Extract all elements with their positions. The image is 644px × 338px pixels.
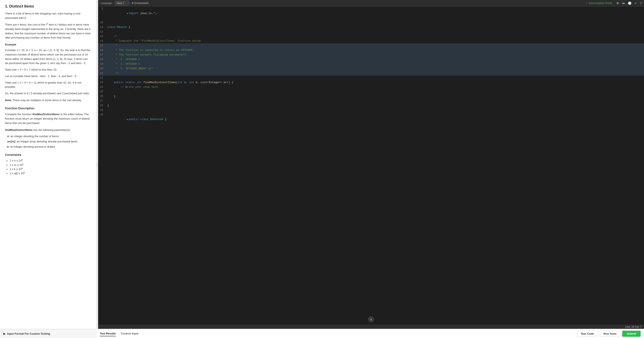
code-line-highlighted: 21 */ <box>98 71 644 76</box>
run-tests-button[interactable]: Run Tests <box>600 331 620 337</box>
toolbar-icons: ⚙ ⏮ 🕐 ⤢ ? <box>616 1 642 5</box>
code-line: 29 <box>98 108 644 112</box>
note-text: There may be multiples of some items in … <box>12 99 82 102</box>
env-icon: ⚙ <box>132 2 134 4</box>
tab-custom-input[interactable]: Custom Input <box>121 331 138 336</box>
settings-icon[interactable]: ⚙ <box>616 1 619 5</box>
cursor-position: Line: 15 Col: 7 <box>625 326 642 328</box>
func-desc-title: Function Description <box>5 106 91 111</box>
status-bar: Line: 15 Col: 7 <box>98 325 644 329</box>
code-line: 28 } <box>98 103 644 108</box>
code-line: 13 /* <box>98 34 644 39</box>
fullscreen-icon[interactable]: ⤢ <box>634 1 637 5</box>
code-line: 10 <box>98 20 644 25</box>
editor-toolbar: Language: Java 7 ⚙ Environment ✓ Autocom… <box>98 0 644 6</box>
func-name: findMaxDistinctItems <box>32 113 60 116</box>
checkmark-icon: ✓ <box>586 2 588 4</box>
example-line2: Total cost = 2 + 5 = 7 which is less tha… <box>5 68 91 72</box>
input-format-label: Input Format For Custom Testing <box>7 332 50 335</box>
code-line-highlighted: 15 * <box>98 43 644 48</box>
code-line: 30 ▶public class Solution {← <box>98 112 644 126</box>
constraint-2: 1 ≤ m ≤ 105 <box>10 163 91 166</box>
fold-icon[interactable]: ▶ <box>127 118 128 121</box>
code-line: 27 <box>98 99 644 103</box>
scroll-up-button[interactable]: ∧ <box>368 317 374 322</box>
intro-1: There is a list of items in the shopping… <box>5 11 91 20</box>
chevron-right-icon: ▶ <box>3 332 6 335</box>
left-panel: 1. Distinct Items There is a list of ite… <box>0 0 96 329</box>
bottom-panel: ▶ Input Format For Custom Testing Test R… <box>0 329 644 338</box>
code-editor-panel: Language: Java 7 ⚙ Environment ✓ Autocom… <box>98 0 644 329</box>
example-title: Example <box>5 42 91 47</box>
language-label: Language: <box>100 2 112 4</box>
func-params-title: findMaxDistinctItems has the following p… <box>5 128 91 132</box>
return-type: an integer <box>30 117 42 120</box>
constraint-3: 1 ≤ k ≤ 109 <box>10 167 91 171</box>
func-desc: Complete the function findMaxDistinctIte… <box>5 112 91 125</box>
autocomplete-status: ✓ Autocomplete Ready <box>586 2 612 4</box>
code-line: 12 <box>98 29 644 34</box>
code-line: 24 // Write your code here <box>98 85 644 89</box>
fold-icon[interactable]: ▶ <box>127 12 128 15</box>
input-format-section[interactable]: ▶ Input Format For Custom Testing <box>0 329 96 338</box>
param-list: n: an integer denoting the number of ite… <box>7 134 91 149</box>
code-line: 23 public static int findMaxDistinctItem… <box>98 80 644 85</box>
action-buttons: Run Code Run Tests Submit <box>577 331 641 337</box>
code-line-highlighted: 19 * 2. INTEGER k <box>98 62 644 66</box>
example-text: Consider n = 10, m = 3, k = 10, arr = [1… <box>5 48 91 65</box>
run-code-button[interactable]: Run Code <box>577 331 598 337</box>
param-arr: arr[m]: an integer array denoting alread… <box>7 139 91 144</box>
example-line5: So, the answer is 5 ( 3 already purchase… <box>5 91 91 96</box>
example-line3: Let us consider three items - Item - 2, … <box>5 74 91 78</box>
note: Note: There may be multiples of some ite… <box>5 98 91 103</box>
code-line: 25 <box>98 89 644 94</box>
panel-divider[interactable] <box>96 0 98 329</box>
code-line-highlighted: 16 * The function is expected to return … <box>98 48 644 52</box>
restore-icon[interactable]: ⏮ <box>622 1 625 5</box>
constraint-1: 1 ≤ n ≤ 105 <box>10 159 91 162</box>
autocomplete-label: Autocomplete Ready <box>589 2 612 4</box>
constraint-4: 1 ≤ a[i] ≤ 106 <box>10 172 91 175</box>
param-n-inline: n <box>18 23 19 26</box>
help-icon[interactable]: ? <box>640 1 642 5</box>
language-select[interactable]: Java 7 <box>115 1 129 5</box>
code-line-highlighted: 20 * 3. INTEGER_ARRAY arr <box>98 66 644 71</box>
tab-test-results[interactable]: Test Results <box>100 331 116 336</box>
note-label: Note: <box>5 99 12 102</box>
intro-2: There are n items, the cost of the ith i… <box>5 22 91 40</box>
page-title: 1. Distinct Items <box>5 4 91 8</box>
environment-button[interactable]: ⚙ Environment <box>132 2 149 4</box>
param-k: k: an integer denoting amount in dollars <box>7 145 91 149</box>
code-line-highlighted: 18 * 1. INTEGER n <box>98 57 644 62</box>
code-content[interactable]: 1 ▶import java.io.*;← 10 11 class Result… <box>98 6 644 126</box>
submit-button[interactable]: Submit <box>622 331 641 337</box>
editor-area[interactable]: 1 ▶import java.io.*;← 10 11 class Result… <box>98 6 644 325</box>
example-line4: Total cost = 2 + 4 + 5 = 11 which is gre… <box>5 81 91 89</box>
code-line: 1 ▶import java.io.*;← <box>98 6 644 20</box>
code-line: 11 class Result { <box>98 25 644 29</box>
param-n: n: an integer denoting the number of ite… <box>7 134 91 139</box>
code-line-highlighted: 17 * The function accepts following para… <box>98 52 644 57</box>
code-line: 14 * Complete the 'findMaxDistinctItems'… <box>98 39 644 43</box>
constraints-title: Constraints <box>5 152 91 157</box>
code-line: 26 } <box>98 94 644 99</box>
env-label: Environment <box>134 2 149 4</box>
code-line: 22 <box>98 76 644 80</box>
clock-icon[interactable]: 🕐 <box>628 1 632 5</box>
test-results-area: Test Results Custom Input Run Code Run T… <box>96 329 644 338</box>
chevron-up-icon: ∧ <box>370 318 372 321</box>
constraints-list: 1 ≤ n ≤ 105 1 ≤ m ≤ 105 1 ≤ k ≤ 109 1 ≤ … <box>10 159 91 175</box>
